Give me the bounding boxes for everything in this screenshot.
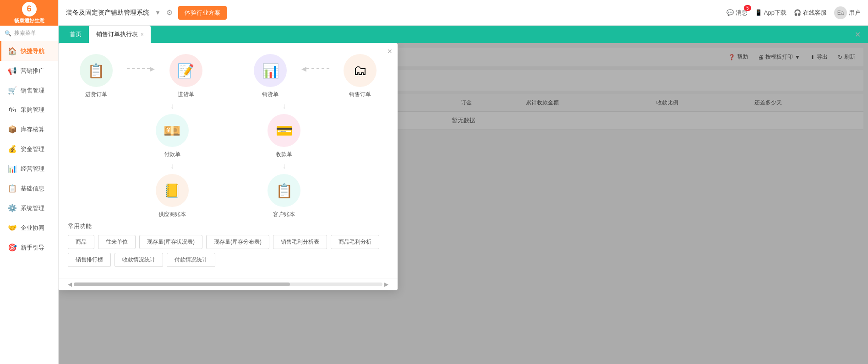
arrow-down-receipt: ↓	[282, 102, 286, 110]
search-label: 搜索菜单	[14, 29, 36, 37]
func-btn-counterparty[interactable]: 往来单位	[98, 235, 136, 249]
sidebar-item-quick-nav[interactable]: 🏠 快捷导航	[0, 41, 58, 61]
app-download-btn[interactable]: 📱 App下载	[755, 9, 786, 17]
scroll-left-icon[interactable]: ◀	[68, 281, 72, 288]
sidebar-item-finance[interactable]: 💰 资金管理	[0, 139, 58, 159]
experience-btn[interactable]: 体验行业方案	[178, 6, 227, 20]
app-download-label: App下载	[764, 9, 786, 17]
sidebar-logo: 6 畅康通好生意	[0, 0, 58, 26]
arrow-1-2: ▶	[127, 65, 155, 72]
receipt-label: 收款单	[276, 151, 292, 158]
purchase-order-circle: 📋	[80, 54, 113, 87]
customer-ledger-circle: 📋	[267, 174, 300, 207]
sidebar-item-label: 营销推广	[21, 67, 44, 75]
sidebar: 6 畅康通好生意 🔍 搜索菜单 🏠 快捷导航 📢 营销推广 🛒 销售管理 🛍 采…	[0, 0, 59, 364]
sidebar-search[interactable]: 🔍 搜索菜单	[0, 26, 58, 41]
sidebar-item-marketing[interactable]: 📢 营销推广	[0, 61, 58, 81]
download-icon: 📱	[755, 9, 762, 16]
func-btn-receipt-stats[interactable]: 收款情况统计	[115, 253, 163, 267]
sales-bill-label: 销货单	[262, 91, 278, 98]
func-btn-goods-profit[interactable]: 商品毛利分析	[331, 235, 379, 249]
arrow-down-payment: ↓	[170, 102, 174, 110]
scrollbar-thumb[interactable]	[74, 283, 290, 286]
sidebar-item-label: 新手引导	[21, 244, 44, 252]
payment-label: 付款单	[164, 151, 180, 158]
sales-order-label: 销售订单	[349, 91, 371, 98]
wf-node-customer-ledger[interactable]: ↓ 📋 客户账本	[267, 162, 300, 218]
func-btn-stock-dist[interactable]: 现存量(库存分布表)	[206, 235, 269, 249]
main-close-icon[interactable]: ✕	[851, 30, 864, 39]
func-btn-sales-rank[interactable]: 销售排行榜	[68, 253, 111, 267]
popup-close-btn[interactable]: ×	[387, 47, 392, 56]
supplier-ledger-label: 供应商账本	[158, 211, 186, 218]
sidebar-item-inventory[interactable]: 📦 库存核算	[0, 120, 58, 139]
tab-home[interactable]: 首页	[62, 26, 89, 43]
message-btn[interactable]: 💬 消息 5	[726, 9, 748, 17]
sidebar-item-system[interactable]: ⚙️ 系统管理	[0, 198, 58, 218]
sidebar-item-operations[interactable]: 📊 经营管理	[0, 159, 58, 179]
newbie-icon: 🎯	[8, 243, 17, 252]
header-right: 💬 消息 5 📱 App下载 🎧 在线客服 Ea 用户	[726, 6, 861, 19]
wf-node-purchase-order[interactable]: 📋 进货订单	[80, 54, 113, 98]
tab-close-icon[interactable]: ×	[141, 32, 143, 37]
supplier-ledger-circle: 📒	[156, 174, 189, 207]
tabs: 首页 销售订单执行表 × ✕	[59, 26, 868, 43]
arrow-down-supplier: ↓	[170, 162, 174, 170]
operations-icon: 📊	[8, 164, 17, 173]
purchase-bill-circle: 📝	[169, 54, 202, 87]
wf-node-supplier-ledger[interactable]: ↓ 📒 供应商账本	[156, 162, 189, 218]
gear-icon[interactable]: ⚙	[166, 8, 173, 17]
payment-circle: 💴	[156, 114, 189, 147]
func-btn-sales-profit[interactable]: 销售毛利分析表	[273, 235, 327, 249]
online-service-btn[interactable]: 🎧 在线客服	[794, 9, 827, 17]
func-btn-goods[interactable]: 商品	[68, 235, 94, 249]
home-icon: 🏠	[8, 47, 17, 55]
scrollbar-track	[74, 283, 382, 286]
sidebar-item-enterprise[interactable]: 🤝 企业协同	[0, 218, 58, 238]
wf-node-payment[interactable]: ↓ 💴 付款单	[156, 102, 189, 158]
arrow-down-customer: ↓	[282, 162, 286, 170]
message-icon: 💬	[726, 9, 734, 16]
customer-ledger-label: 客户账本	[273, 211, 295, 218]
purchase-bill-label: 进货单	[178, 91, 194, 98]
finance-icon: 💰	[8, 145, 17, 153]
scroll-right-icon[interactable]: ▶	[384, 281, 388, 288]
dropdown-icon[interactable]: ▼	[155, 9, 161, 16]
wf-node-sales-bill[interactable]: 📊 销货单	[254, 54, 287, 98]
main-area: 装备及固定资产辅助管理系统 ▼ ⚙ 体验行业方案 💬 消息 5 📱 App下载 …	[59, 0, 868, 364]
wf-node-sales-order[interactable]: 🗂 销售订单	[344, 54, 377, 98]
popup-overlay: × 📋 进货订单 ▶	[59, 43, 868, 364]
common-functions: 常用功能 商品 往来单位 现存量(库存状况表) 现存量(库存分布表) 销售毛利分…	[59, 218, 398, 278]
purchase-order-label: 进货订单	[85, 91, 107, 98]
sales-bill-circle: 📊	[254, 54, 287, 87]
sidebar-item-label: 快捷导航	[21, 47, 44, 55]
sales-order-circle: 🗂	[344, 54, 377, 87]
sidebar-item-sales[interactable]: 🛒 销售管理	[0, 81, 58, 100]
func-btn-payment-stats[interactable]: 付款情况统计	[167, 253, 215, 267]
system-title: 装备及固定资产辅助管理系统	[66, 9, 149, 17]
sidebar-item-newbie[interactable]: 🎯 新手引导	[0, 238, 58, 257]
sidebar-item-label: 经营管理	[21, 165, 44, 173]
func-btn-stock-status[interactable]: 现存量(库存状况表)	[139, 235, 202, 249]
service-icon: 🎧	[794, 9, 801, 16]
receipt-circle: 💳	[267, 114, 300, 147]
purchase-icon: 🛍	[8, 106, 17, 114]
tab-sales-order-execute[interactable]: 销售订单执行表 ×	[89, 26, 151, 43]
popup: × 📋 进货订单 ▶	[59, 43, 398, 290]
arrow-4-3: ◀	[301, 65, 329, 72]
enterprise-icon: 🤝	[8, 223, 17, 232]
sidebar-item-label: 资金管理	[21, 145, 44, 153]
sidebar-item-label: 基础信息	[21, 185, 44, 193]
user-btn[interactable]: Ea 用户	[834, 6, 861, 19]
message-badge: 5	[744, 5, 751, 11]
sidebar-item-purchase[interactable]: 🛍 采购管理	[0, 100, 58, 120]
sidebar-item-basic-info[interactable]: 📋 基础信息	[0, 179, 58, 198]
basic-info-icon: 📋	[8, 184, 17, 193]
wf-node-purchase-bill[interactable]: 📝 进货单	[169, 54, 202, 98]
marketing-icon: 📢	[8, 66, 17, 75]
wf-node-receipt[interactable]: ↓ 💳 收款单	[267, 102, 300, 158]
common-functions-title: 常用功能	[68, 222, 388, 230]
user-label: 用户	[849, 9, 861, 17]
sidebar-item-label: 采购管理	[21, 106, 44, 114]
func-row-1: 商品 往来单位 现存量(库存状况表) 现存量(库存分布表) 销售毛利分析表 商品…	[68, 235, 388, 249]
